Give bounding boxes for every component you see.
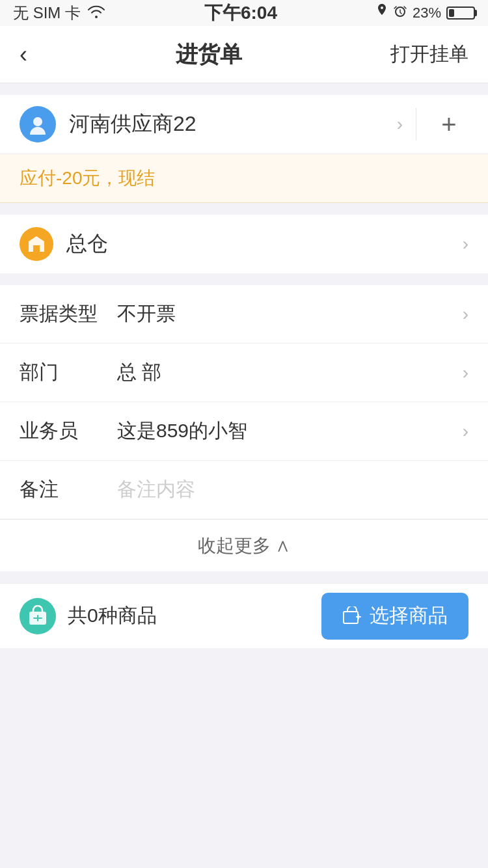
battery-icon	[446, 7, 475, 20]
salesperson-label: 业务员	[20, 418, 117, 444]
add-icon: +	[441, 110, 456, 139]
section-divider-1	[0, 83, 488, 95]
status-right: 23%	[376, 4, 475, 22]
invoice-type-chevron-icon: ›	[463, 304, 468, 325]
bottom-bar: 共0种商品 选择商品	[0, 583, 488, 648]
svg-rect-4	[344, 612, 358, 623]
status-bar: 无 SIM 卡 下午6:04 23%	[0, 0, 488, 26]
collapse-label: 收起更多 ∧	[198, 534, 291, 558]
warehouse-icon	[20, 227, 53, 261]
svg-point-1	[33, 117, 42, 126]
section-divider-4	[0, 571, 488, 583]
product-count-text: 共0种商品	[68, 603, 321, 629]
page-title: 进货单	[176, 40, 242, 70]
warehouse-chevron-icon: ›	[463, 234, 468, 254]
department-value: 总 部	[117, 359, 456, 386]
invoice-type-value: 不开票	[117, 301, 456, 327]
collapse-row[interactable]: 收起更多 ∧	[0, 519, 488, 571]
nav-bar: ‹ 进货单 打开挂单	[0, 26, 488, 83]
select-product-label: 选择商品	[370, 603, 448, 629]
section-divider-2	[0, 203, 488, 215]
department-label: 部门	[20, 359, 117, 386]
supplier-row[interactable]: 河南供应商22 ›	[20, 95, 403, 154]
supplier-section: 河南供应商22 › +	[0, 95, 488, 154]
open-pending-button[interactable]: 打开挂单	[390, 41, 468, 68]
warehouse-section: 总仓 ›	[0, 215, 488, 273]
fields-section: 票据类型 不开票 › 部门 总 部 › 业务员 这是859的小智 › 备注 备注…	[0, 285, 488, 519]
invoice-type-label: 票据类型	[20, 301, 117, 327]
warehouse-name: 总仓	[66, 230, 456, 258]
section-divider-3	[0, 273, 488, 285]
status-left: 无 SIM 卡	[13, 3, 105, 23]
remark-label: 备注	[20, 476, 117, 503]
department-row[interactable]: 部门 总 部 ›	[0, 344, 488, 402]
supplier-chevron-icon: ›	[397, 114, 403, 135]
back-button[interactable]: ‹	[20, 41, 27, 68]
supplier-name: 河南供应商22	[69, 110, 390, 139]
invoice-type-row[interactable]: 票据类型 不开票 ›	[0, 285, 488, 344]
salesperson-row[interactable]: 业务员 这是859的小智 ›	[0, 402, 488, 461]
remark-value[interactable]: 备注内容	[117, 476, 468, 503]
battery-percent: 23%	[413, 5, 441, 21]
notice-banner: 应付-20元，现结	[0, 154, 488, 203]
select-product-button[interactable]: 选择商品	[321, 593, 468, 640]
warehouse-row[interactable]: 总仓 ›	[0, 215, 488, 273]
location-icon	[376, 4, 388, 22]
supplier-vertical-divider	[416, 108, 416, 141]
salesperson-chevron-icon: ›	[463, 421, 468, 442]
department-chevron-icon: ›	[463, 362, 468, 383]
remark-row[interactable]: 备注 备注内容	[0, 461, 488, 519]
alarm-icon	[393, 4, 407, 22]
carrier-label: 无 SIM 卡	[13, 3, 81, 23]
product-count-icon	[20, 598, 56, 634]
supplier-avatar	[20, 106, 56, 142]
salesperson-value: 这是859的小智	[117, 418, 456, 444]
wifi-icon	[87, 4, 105, 22]
add-supplier-button[interactable]: +	[429, 105, 468, 144]
svg-rect-2	[33, 245, 40, 252]
status-time: 下午6:04	[204, 1, 277, 25]
